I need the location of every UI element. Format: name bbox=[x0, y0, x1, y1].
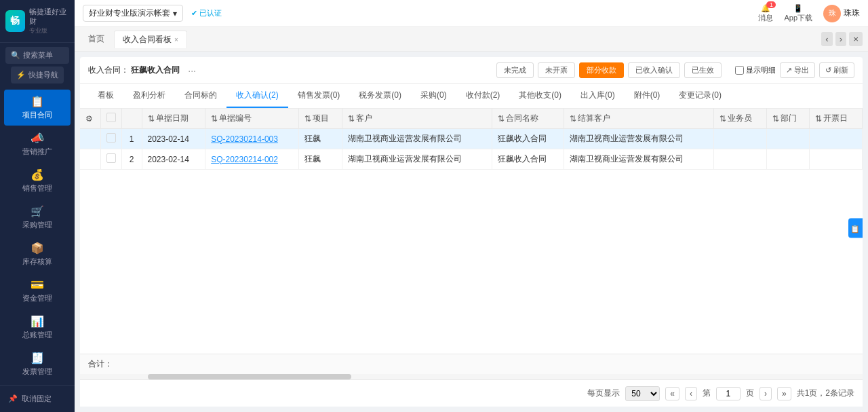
sidebar-item-inventory[interactable]: 📦 库存核算 bbox=[4, 236, 71, 272]
sidebar-item-sales[interactable]: 💰 销售管理 bbox=[4, 163, 71, 199]
tab-close-btn[interactable]: × bbox=[849, 32, 863, 46]
topbar: 好业财专业版演示帐套 ▾ ✔ 已认证 🔔 1 消息 📱 App下载 珠 珠珠 bbox=[75, 0, 868, 27]
status-btn-0[interactable]: 未完成 bbox=[496, 62, 534, 78]
row-customer-1: 湖南卫视商业运营发展有限公司 bbox=[342, 149, 492, 170]
col-project-header[interactable]: ⇅项目 bbox=[299, 109, 342, 129]
row-code-link-0[interactable]: SQ-20230214-003 bbox=[211, 134, 278, 144]
status-btn-3[interactable]: 已收入确认 bbox=[628, 62, 680, 78]
last-page-btn[interactable]: » bbox=[777, 387, 791, 400]
row-project-0: 狂飙 bbox=[299, 129, 342, 149]
refresh-label: 刷新 bbox=[833, 65, 848, 75]
subtab-7[interactable]: 收付款(2) bbox=[456, 84, 510, 108]
subtab-4[interactable]: 销售发票(0) bbox=[288, 84, 350, 108]
prev-page-btn[interactable]: ‹ bbox=[685, 387, 697, 400]
content-header: 收入合同： 狂飙收入合同 ··· 未完成未开票部分收款已收入确认已生效 显示明细… bbox=[80, 57, 863, 84]
right-annotation-btn[interactable]: 📋 bbox=[848, 218, 863, 238]
sidebar-label-inventory: 库存核算 bbox=[22, 257, 52, 267]
tab-next-btn[interactable]: › bbox=[835, 32, 846, 46]
row-check-1[interactable] bbox=[100, 149, 121, 170]
sidebar-item-project[interactable]: 📋 项目合同 bbox=[4, 90, 71, 126]
subtab-2[interactable]: 合同标的 bbox=[175, 84, 226, 108]
row-code-link-1[interactable]: SQ-20230214-002 bbox=[211, 155, 278, 164]
message-btn[interactable]: 🔔 1 消息 bbox=[758, 4, 773, 23]
sidebar-item-capital[interactable]: 💳 资金管理 bbox=[4, 273, 71, 309]
per-page-select[interactable]: 50 100 200 bbox=[625, 386, 660, 401]
sidebar-label-project: 项目合同 bbox=[22, 110, 52, 120]
export-btn[interactable]: ↗ 导出 bbox=[780, 62, 815, 78]
table-row[interactable]: 1 2023-02-14 SQ-20230214-003 狂飙 湖南卫视商业运营… bbox=[80, 129, 863, 149]
row-code-0[interactable]: SQ-20230214-003 bbox=[205, 129, 299, 149]
sidebar: 畅 畅捷通好业财 专业版 🔍 搜索菜单 ⚡ 快捷导航 📋 项目合同 📣 营销推广… bbox=[0, 0, 75, 412]
search-menu-input[interactable]: 🔍 搜索菜单 bbox=[5, 47, 69, 64]
col-salesperson-header[interactable]: ⇅业务员 bbox=[714, 109, 767, 129]
sidebar-item-invoice[interactable]: 🧾 发票管理 bbox=[4, 346, 71, 382]
status-btn-1[interactable]: 未开票 bbox=[538, 62, 575, 78]
tab-prev-btn[interactable]: ‹ bbox=[821, 32, 832, 46]
col-customer-header[interactable]: ⇅客户 bbox=[342, 109, 492, 129]
status-btn-4[interactable]: 已生效 bbox=[684, 62, 722, 78]
col-code-header[interactable]: ⇅单据编号 bbox=[205, 109, 299, 129]
sidebar-label-marketing: 营销推广 bbox=[22, 147, 52, 157]
per-page-label: 每页显示 bbox=[587, 388, 620, 399]
row-num-0: 1 bbox=[121, 129, 142, 149]
tab-contract-board[interactable]: 收入合同看板 × bbox=[114, 31, 187, 48]
first-page-btn[interactable]: « bbox=[665, 387, 679, 400]
company-select[interactable]: 好业财专业版演示帐套 ▾ bbox=[83, 5, 183, 22]
status-btn-2[interactable]: 部分收款 bbox=[579, 62, 624, 78]
subtab-0[interactable]: 看板 bbox=[88, 84, 123, 108]
next-page-btn[interactable]: › bbox=[760, 387, 772, 400]
salesperson-sort-icon: ⇅ bbox=[719, 114, 726, 124]
col-check-all[interactable] bbox=[100, 109, 121, 129]
col-date-header[interactable]: ⇅单据日期 bbox=[142, 109, 205, 129]
col-opendate-header[interactable]: ⇅开票日 bbox=[810, 109, 863, 129]
quick-nav-btn[interactable]: ⚡ 快捷导航 bbox=[0, 65, 75, 89]
refresh-btn[interactable]: ↺ 刷新 bbox=[819, 62, 854, 78]
tab-home[interactable]: 首页 bbox=[80, 31, 113, 48]
sidebar-icon-capital: 💳 bbox=[31, 278, 44, 291]
subtab-9[interactable]: 出入库(0) bbox=[571, 84, 625, 108]
col-settlement-header[interactable]: ⇅结算客户 bbox=[564, 109, 714, 129]
row-salesperson-0 bbox=[714, 129, 767, 149]
quick-nav-button[interactable]: ⚡ 快捷导航 bbox=[11, 67, 64, 83]
col-setting[interactable]: ⚙ bbox=[80, 109, 100, 129]
refresh-icon: ↺ bbox=[825, 66, 831, 75]
pagination: 每页显示 50 100 200 « ‹ 第 页 › » 共1页，2条记录 bbox=[80, 379, 863, 407]
col-contract-header[interactable]: ⇅合同名称 bbox=[492, 109, 564, 129]
code-sort-icon: ⇅ bbox=[211, 114, 218, 124]
check-all-box[interactable] bbox=[106, 113, 116, 122]
sidebar-icon-general: 📊 bbox=[31, 315, 44, 328]
logo-text: 畅捷通好业财 bbox=[29, 7, 69, 26]
row-checkbox-1[interactable] bbox=[106, 153, 116, 163]
horizontal-scrollbar[interactable] bbox=[80, 374, 863, 379]
tab-close-icon[interactable]: × bbox=[174, 36, 178, 43]
search-menu-btn[interactable]: 🔍 搜索菜单 bbox=[0, 43, 75, 65]
settlement-sort-icon: ⇅ bbox=[570, 114, 576, 124]
col-dept-header[interactable]: ⇅部门 bbox=[766, 109, 809, 129]
table-row[interactable]: 2 2023-02-14 SQ-20230214-002 狂飙 湖南卫视商业运营… bbox=[80, 149, 863, 170]
row-checkbox-0[interactable] bbox=[106, 133, 116, 143]
total-info: 共1页，2条记录 bbox=[797, 388, 854, 399]
row-check-0[interactable] bbox=[100, 129, 121, 149]
row-code-1[interactable]: SQ-20230214-002 bbox=[205, 149, 299, 170]
subtab-3[interactable]: 收入确认(2) bbox=[226, 84, 288, 108]
sidebar-item-purchase[interactable]: 🛒 采购管理 bbox=[4, 200, 71, 236]
more-options-btn[interactable]: ··· bbox=[188, 65, 196, 76]
subtab-5[interactable]: 税务发票(0) bbox=[349, 84, 411, 108]
app-download-btn[interactable]: 📱 App下载 bbox=[784, 4, 812, 23]
show-detail-checkbox[interactable]: 显示明细 bbox=[735, 62, 776, 78]
subtab-11[interactable]: 变更记录(0) bbox=[669, 84, 731, 108]
sidebar-item-marketing[interactable]: 📣 营销推广 bbox=[4, 126, 71, 162]
sidebar-pin-btn[interactable]: 📌 取消固定 bbox=[5, 391, 69, 407]
sidebar-item-general[interactable]: 📊 总账管理 bbox=[4, 310, 71, 345]
sidebar-label-invoice: 发票管理 bbox=[22, 367, 52, 377]
subtab-10[interactable]: 附件(0) bbox=[625, 84, 670, 108]
data-table-container: ⚙ ⇅单据日期 ⇅单据编号 ⇅项目 bbox=[80, 109, 863, 354]
page-number-input[interactable] bbox=[716, 387, 741, 400]
user-profile-btn[interactable]: 珠 珠珠 bbox=[823, 5, 860, 22]
scrollbar-thumb[interactable] bbox=[148, 374, 351, 379]
subtab-1[interactable]: 盈利分析 bbox=[123, 84, 175, 108]
check-icon: ✔ bbox=[191, 9, 197, 18]
detail-check-input[interactable] bbox=[735, 66, 744, 75]
subtab-6[interactable]: 采购(0) bbox=[411, 84, 456, 108]
subtab-8[interactable]: 其他收支(0) bbox=[509, 84, 571, 108]
